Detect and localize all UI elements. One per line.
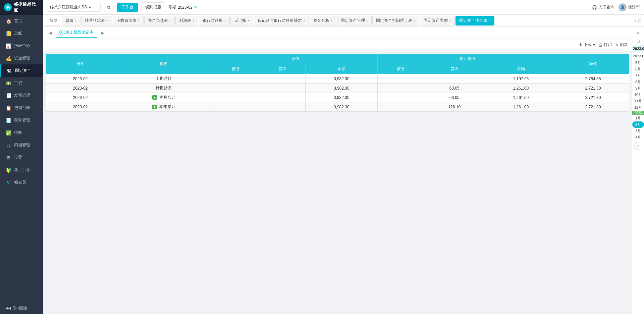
next-arrow[interactable]: ▶ — [100, 30, 106, 36]
tab-close-icon[interactable]: × — [224, 19, 226, 22]
month-item-may[interactable]: 5月 — [632, 60, 644, 66]
sidebar-item-fixed-assets[interactable]: 🏗 固定资产 — [0, 64, 43, 77]
detail-table: 日期 摘要 原值 累计折旧 净值 借方 贷方 余额 借方 贷方 余额 — [46, 54, 629, 112]
month-item-jul[interactable]: 7月 — [632, 72, 644, 79]
tab-label: 首页 — [49, 18, 57, 23]
avatar: 👤 — [619, 3, 627, 11]
panel-close-button[interactable]: × — [634, 29, 642, 37]
print-button[interactable]: 🖨 打印 — [598, 42, 612, 48]
cell-date: 2023-02 — [46, 102, 115, 112]
invoice-icon: 🧾 — [5, 93, 11, 98]
tab-depreciation-stats[interactable]: 固定资产折旧统计表 × — [372, 16, 419, 25]
period-edit-icon[interactable]: ✎ — [194, 5, 197, 10]
sidebar-item-vip[interactable]: V 畅会员 — [0, 176, 43, 189]
tab-fixed-assets-detail[interactable]: 固定资产明细账 × — [455, 16, 494, 25]
download-label: 下载 — [584, 42, 592, 48]
sidebar-item-purchase-sales[interactable]: 📋 进销台账 — [0, 102, 43, 114]
tab-home[interactable]: 首页 — [46, 16, 61, 25]
right-date-panel: × □ 2023.02 2023.02 5月 6月 7月 8月 9月 10月 1… — [632, 27, 644, 314]
year-2023-02-label[interactable]: 2023.02 — [632, 53, 644, 59]
month-item-mar[interactable]: 3月 — [632, 128, 644, 134]
user-info[interactable]: 👤 徐泽华 — [619, 3, 640, 11]
tab-close-icon[interactable]: × — [193, 19, 195, 22]
month-item-sep[interactable]: 9月 — [632, 85, 644, 92]
sub-tab-asset[interactable]: 000001 联想笔记本 — [56, 28, 97, 38]
cell-dep-credit — [424, 74, 485, 84]
month-item-nov[interactable]: 11月 — [632, 98, 644, 104]
month-item-dec[interactable]: 12月 — [632, 104, 644, 111]
company-selector[interactable]: (勿动) 江西服业-LSS ▾ — [47, 3, 101, 12]
cell-dep-credit: 63.05 — [424, 84, 485, 93]
tab-close-icon[interactable]: × — [366, 19, 368, 22]
sidebar-item-settings[interactable]: ⚙ 设置 — [0, 151, 43, 164]
tab-close-icon[interactable]: × — [449, 19, 451, 22]
cell-orig-balance: 3,982.30 — [306, 102, 378, 112]
tab-label: 应收账龄表 — [116, 18, 137, 23]
month-item-feb[interactable]: 2月 — [632, 121, 644, 128]
month-item-oct[interactable]: 10月 — [632, 92, 644, 98]
sidebar-item-archive[interactable]: 🗂 归档管理 — [0, 139, 43, 151]
sidebar-item-label: 税务管理 — [14, 117, 30, 123]
tab-label: 总账 — [65, 18, 73, 23]
tab-ledger[interactable]: 总账 × — [62, 16, 80, 25]
month-item-jan[interactable]: 1月 — [632, 115, 644, 121]
chevron-down-icon: ▾ — [593, 43, 595, 47]
th-orig-debit: 借方 — [213, 64, 259, 74]
tab-close-all-icon[interactable]: × — [633, 18, 636, 24]
refresh-button[interactable]: ↻ 刷新 — [615, 42, 628, 48]
settings-icon: ⚙ — [5, 155, 11, 160]
tab-close-icon[interactable]: × — [138, 19, 140, 22]
app-logo: 畅 畅捷通易代账 — [0, 0, 43, 15]
sidebar-pin-toggle[interactable]: ◀◀ 取消固定 — [0, 302, 43, 314]
th-description: 摘要 — [115, 54, 213, 74]
sidebar-item-guide[interactable]: 🔰 新手引导 — [0, 164, 43, 176]
tab-balance-sheet[interactable]: 资产负债表 × — [144, 16, 175, 25]
tab-close-icon[interactable]: × — [331, 19, 333, 22]
prev-arrow[interactable]: ◀ — [47, 30, 53, 36]
tab-fixed-assets-mgmt[interactable]: 固定资产管理 × — [337, 16, 372, 25]
tab-journal[interactable]: 日记账 × — [230, 16, 253, 25]
tab-close-icon[interactable]: × — [303, 19, 305, 22]
tab-fixed-assets-category[interactable]: 固定资产类别 × — [420, 16, 455, 25]
month-item-aug[interactable]: 8月 — [632, 79, 644, 85]
reports-icon: 📊 — [5, 43, 11, 49]
sidebar-item-funds[interactable]: 💰 资金管理 — [0, 52, 43, 64]
tab-bank-statement[interactable]: 银行对账单 × — [199, 16, 230, 25]
cell-orig-balance: 3,982.30 — [306, 84, 378, 93]
sidebar-item-home[interactable]: 🏠 首页 — [0, 15, 43, 27]
table-row: 2023-02 ■ 本月合计 3,982.30 63.05 1,261.00 — [46, 93, 629, 102]
sidebar-item-tax[interactable]: 📑 税务管理 — [0, 114, 43, 126]
period-text: 账期 — [168, 4, 176, 10]
tab-maximize-icon[interactable]: □ — [639, 18, 641, 23]
consult-button[interactable]: 🎧 人工咨询 — [592, 4, 614, 10]
tab-close-icon[interactable]: × — [106, 19, 108, 22]
tab-profit[interactable]: 利润表 × — [175, 16, 198, 25]
tab-label: 资金分析 — [313, 18, 329, 23]
tab-close-icon[interactable]: × — [75, 19, 77, 22]
copy-button[interactable]: ⧉ — [104, 3, 113, 12]
sidebar-item-close-accounts[interactable]: ✅ 结账 — [0, 126, 43, 139]
th-dep-credit: 贷方 — [424, 64, 485, 74]
tab-label: 资产负债表 — [148, 18, 168, 23]
sidebar-item-invoice[interactable]: 🧾 发票管理 — [0, 89, 43, 102]
tab-close-icon[interactable]: × — [248, 19, 250, 22]
workbench-button[interactable]: 工作台 — [117, 3, 138, 12]
sidebar-item-salary[interactable]: 💵 工资 — [0, 77, 43, 89]
panel-expand-button[interactable]: □ — [634, 37, 642, 45]
tab-business[interactable]: 经营状况表 × — [81, 16, 112, 25]
download-button[interactable]: ⬇ 下载 ▾ — [579, 42, 595, 48]
tab-close-icon[interactable]: × — [414, 19, 416, 22]
scroll-indicator[interactable]: ○ — [634, 142, 642, 150]
tab-ar-aging[interactable]: 应收账龄表 × — [113, 16, 144, 25]
tab-close-icon[interactable]: × — [169, 19, 171, 22]
month-item-jun[interactable]: 6月 — [632, 66, 644, 72]
topbar: (勿动) 江西服业-LSS ▾ ⧉ 工作台 切到旧版 账期 2023-02 ✎ … — [43, 0, 644, 15]
tab-fund-analysis[interactable]: 资金分析 × — [310, 16, 336, 25]
sidebar-item-label: 新手引导 — [14, 167, 30, 173]
month-item-apr[interactable]: 4月 — [632, 134, 644, 141]
switch-version-button[interactable]: 切到旧版 — [142, 2, 165, 12]
tab-journal-bank-reconcile[interactable]: 日记账与银行对账单核对 × — [254, 16, 309, 25]
tab-close-icon[interactable]: × — [489, 19, 491, 22]
sidebar-item-ledger[interactable]: 📒 总账 — [0, 27, 43, 40]
sidebar-item-reports[interactable]: 📊 报表中心 — [0, 40, 43, 52]
